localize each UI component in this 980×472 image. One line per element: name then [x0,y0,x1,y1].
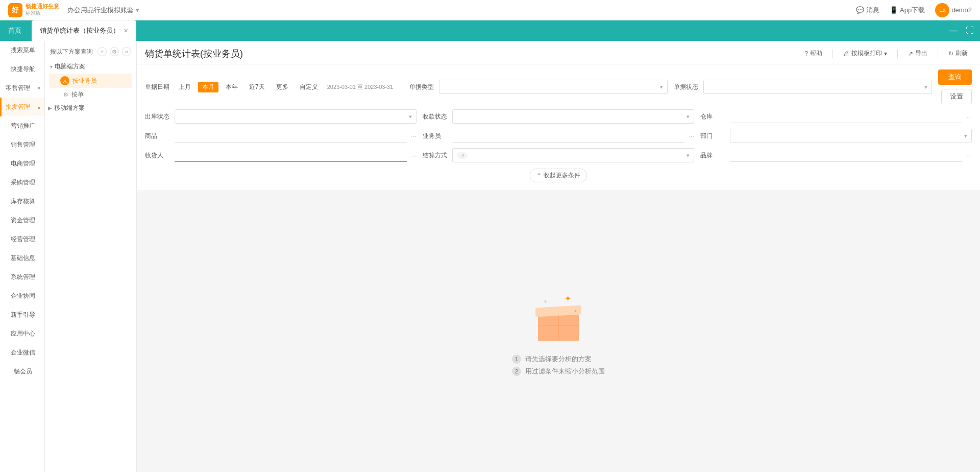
svg-text:✦: ✦ [565,294,571,303]
main-panel: 销货单统计表(按业务员) ? 帮助 🖨 按模板打印 ▾ ↗ [137,41,980,472]
brand-dots-icon[interactable]: ··· [966,152,972,159]
step2-number: 2 [512,367,521,376]
settings-button[interactable]: 设置 [941,89,972,104]
home-tab-label: 首页 [8,26,21,35]
mobile-group-arrow-icon: ▶ [48,105,52,111]
page-actions: ? 帮助 🖨 按模板打印 ▾ ↗ 导出 [800,47,972,60]
payment-status-label: 收款状态 [423,112,448,121]
sidebar-item-quicknav[interactable]: 快捷导航 [0,60,44,79]
tab-minimize-icon[interactable]: — [947,24,960,37]
message-button[interactable]: 💬 消息 [856,6,879,15]
doc-type-arrow-icon: ▾ [660,84,663,90]
scheme-add-button[interactable]: + [97,47,107,56]
wholesale-arrow-icon: ▴ [38,104,40,110]
print-button[interactable]: 🖨 按模板打印 ▾ [839,47,891,60]
empty-svg: ✦ ✦ ✦ [528,287,589,348]
logo-icon: 好 [8,3,22,17]
goods-dots-icon[interactable]: ··· [411,132,416,140]
collapse-arrow-icon: ⌃ [536,172,542,179]
tab-maximize-icon[interactable]: ⛶ [964,24,976,37]
sidebar-item-search[interactable]: 搜索菜单 [0,41,44,60]
goods-input[interactable] [175,129,407,143]
user-profile[interactable]: Ea demo2 [935,3,972,17]
goods-label: 商品 [145,132,170,140]
date-filter-group: 上月 本月 本年 近7天 更多 自定义 2023-03-01 至 2023-03… [175,82,393,92]
brand-cell: 品牌 ··· [700,149,972,162]
payment-status-dropdown[interactable]: ▾ [452,109,694,124]
help-button[interactable]: ? 帮助 [800,47,826,60]
scheme-edit-button[interactable]: ⚙ [110,47,119,56]
department-label: 部门 [700,132,726,140]
empty-steps: 1 请先选择要分析的方案 2 用过滤条件来缩小分析范围 [512,355,605,376]
brand-label: 品牌 [700,151,726,160]
topbar: 好 畅捷通好生意 标准版 办公用品行业模拟账套 ▾ 💬 消息 📱 App下载 E… [0,0,980,20]
sidebar-item-sales[interactable]: 销售管理 [0,135,44,154]
scheme-group-desktop-header[interactable]: ▾ 电脑端方案 [47,60,134,73]
sidebar-item-inventory[interactable]: 库存核算 [0,192,44,211]
date-btn-7days[interactable]: 近7天 [245,82,269,92]
step1-number: 1 [512,355,521,364]
sidebar-item-member[interactable]: 畅会员 [0,362,44,381]
stock-status-label: 出库状态 [145,112,170,121]
warehouse-dots-icon[interactable]: ··· [966,113,972,121]
doc-type-dropdown[interactable]: ▾ [439,80,668,94]
download-icon: 📱 [890,6,898,14]
sidebar-item-basic[interactable]: 基础信息 [0,249,44,268]
brand-input[interactable] [730,149,962,162]
date-btn-this-year[interactable]: 本年 [222,82,242,92]
sidebar-item-wholesale[interactable]: 批发管理 ▴ [0,98,44,116]
tab-sales-stat[interactable]: 销货单统计表（按业务员） ✕ [32,20,136,41]
date-btn-more[interactable]: 更多 [272,82,292,92]
sidebar-item-marketing[interactable]: 营销推广 [0,116,44,135]
date-btn-custom[interactable]: 自定义 [296,82,322,92]
stock-status-dropdown[interactable]: ▾ [175,109,416,124]
topbar-right: 💬 消息 📱 App下载 Ea demo2 [856,3,972,17]
scheme-item-by-salesperson[interactable]: 人 按业务员 [49,74,132,88]
warehouse-input[interactable] [730,110,962,123]
date-range-text: 2023-03-01 至 2023-03-31 [327,83,394,91]
scheme-panel-actions: + ⚙ « [97,47,131,56]
sidebar-item-apps[interactable]: 应用中心 [0,324,44,343]
consignee-input[interactable] [175,149,407,162]
query-button[interactable]: 查询 [938,69,972,85]
empty-illustration: ✦ ✦ ✦ [528,287,589,348]
sidebar-item-enterprise[interactable]: 企业协同 [0,287,44,305]
date-btn-this-month[interactable]: 本月 [198,82,218,92]
department-dropdown[interactable]: ▾ [730,129,972,143]
scheme-panel: 按以下方案查询 + ⚙ « ▾ 电脑端方案 人 按业务员 ⚙ 按单 [45,41,137,472]
scheme-group-mobile[interactable]: ▶ 移动端方案 [45,102,136,114]
dropdown-arrow-icon[interactable]: ▾ [136,6,139,14]
divider2 [897,50,898,58]
sidebar-item-purchase[interactable]: 采购管理 [0,173,44,192]
sidebar-item-system[interactable]: 系统管理 [0,268,44,287]
divider [832,50,833,58]
tab-close-icon[interactable]: ✕ [124,28,128,34]
settlement-dropdown[interactable]: × ▾ [452,148,694,162]
sidebar-item-finance[interactable]: 资金管理 [0,211,44,230]
sidebar-item-ecommerce[interactable]: 电商管理 [0,154,44,173]
settlement-tag-close[interactable]: × [461,153,464,158]
date-filter-cell: 单据日期 上月 本月 本年 近7天 更多 自定义 2023-03-01 至 20… [145,82,403,92]
scheme-item-by-order[interactable]: ⚙ 按单 [49,88,132,101]
export-button[interactable]: ↗ 导出 [904,47,932,60]
consignee-dots-icon[interactable]: ··· [411,152,416,159]
date-btn-last-month[interactable]: 上月 [175,82,195,92]
sidebar-item-guide[interactable]: 新手引导 [0,305,44,324]
svg-text:✦: ✦ [574,309,577,314]
collapse-button[interactable]: ⌃ 收起更多条件 [530,169,587,182]
doc-status-dropdown[interactable]: ▾ [703,80,932,94]
tab-home[interactable]: 首页 [0,20,30,41]
empty-step2: 2 用过滤条件来缩小分析范围 [512,367,605,376]
warehouse-label: 仓库 [700,112,726,121]
scheme-collapse-button[interactable]: « [122,47,131,56]
salesperson-input[interactable] [452,129,684,143]
sidebar-item-wechat[interactable]: 企业微信 [0,343,44,362]
sidebar-item-retail[interactable]: 零售管理 ▾ [0,79,44,98]
refresh-button[interactable]: ↻ 刷新 [944,47,972,60]
doc-type-label: 单据类型 [409,83,435,91]
sidebar-item-operations[interactable]: 经营管理 [0,230,44,249]
salesperson-dots-icon[interactable]: ··· [689,132,694,140]
collapse-row: ⌃ 收起更多条件 [145,166,972,185]
settlement-label: 结算方式 [423,151,448,160]
app-download-button[interactable]: 📱 App下载 [890,6,925,15]
